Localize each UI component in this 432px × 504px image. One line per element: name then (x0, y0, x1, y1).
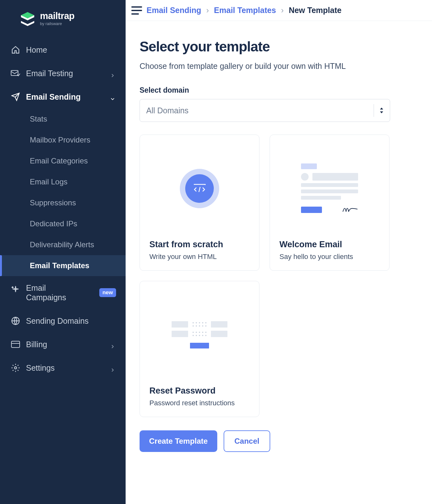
domain-select-value: All Domains (146, 106, 188, 115)
page-title: Select your template (140, 39, 418, 55)
sidebar-item-email-categories[interactable]: Email Categories (0, 150, 126, 171)
sidebar-item-label: Email Sending (26, 92, 81, 102)
breadcrumb-current: New Template (289, 6, 341, 15)
page-subtitle: Choose from template gallery or build yo… (140, 62, 418, 71)
sidebar-item-billing[interactable]: Billing (0, 333, 126, 356)
select-arrows-icon (374, 104, 384, 117)
sidebar-item-email-logs[interactable]: Email Logs (0, 171, 126, 192)
card-subtitle: Say hello to your clients (279, 253, 380, 261)
card-icon (11, 340, 20, 349)
signature-icon (342, 206, 358, 214)
sidebar-item-email-templates[interactable]: Email Templates (0, 255, 126, 276)
send-icon (11, 92, 20, 102)
svg-point-3 (15, 367, 17, 369)
chevron-right-icon (110, 365, 116, 371)
svg-rect-6 (131, 13, 139, 15)
reset-preview-icon (172, 321, 227, 348)
gear-icon (11, 363, 20, 373)
sidebar-item-home[interactable]: Home (0, 38, 126, 62)
home-icon (11, 45, 20, 55)
chevron-right-icon (110, 70, 116, 76)
breadcrumb-link-email-templates[interactable]: Email Templates (214, 6, 276, 15)
template-cards: Start from scratch Write your own HTML (140, 135, 400, 417)
sparkle-icon (11, 285, 20, 295)
chevron-right-icon: › (206, 6, 209, 15)
sidebar-item-label: Home (26, 45, 47, 55)
sidebar: mailtrap by railsware Home Email Testing (0, 0, 126, 504)
sidebar-item-email-sending[interactable]: Email Sending (0, 85, 126, 109)
sidebar-item-email-testing[interactable]: Email Testing (0, 62, 126, 85)
brand-byline: by railsware (40, 21, 75, 26)
domain-select[interactable]: All Domains (140, 99, 390, 122)
footer-actions: Create Template Cancel (140, 430, 418, 452)
logo[interactable]: mailtrap by railsware (0, 0, 126, 35)
cancel-button[interactable]: Cancel (224, 430, 270, 452)
svg-rect-5 (131, 10, 142, 11)
card-start-from-scratch[interactable]: Start from scratch Write your own HTML (140, 135, 259, 271)
code-circle-icon (180, 169, 219, 208)
sidebar-item-settings[interactable]: Settings (0, 356, 126, 380)
sidebar-item-sending-domains[interactable]: Sending Domains (0, 309, 126, 333)
domain-select-label: Select domain (140, 86, 418, 95)
card-title: Welcome Email (279, 240, 380, 249)
content: Select your template Choose from templat… (126, 21, 432, 465)
card-reset-password[interactable]: Reset Password Password reset instructio… (140, 281, 259, 417)
globe-icon (11, 316, 20, 326)
sidebar-item-mailbox-providers[interactable]: Mailbox Providers (0, 129, 126, 150)
sidebar-item-label: Campaigns (26, 293, 66, 302)
sidebar-item-email-campaigns[interactable]: Email Campaigns new (0, 276, 126, 309)
card-preview (149, 291, 250, 379)
sidebar-item-deliverability-alerts[interactable]: Deliverability Alerts (0, 234, 126, 255)
card-title: Start from scratch (149, 240, 250, 249)
create-template-button[interactable]: Create Template (140, 430, 217, 452)
sidebar-item-dedicated-ips[interactable]: Dedicated IPs (0, 213, 126, 234)
sidebar-nav: Home Email Testing Email Sending (0, 35, 126, 380)
card-title: Reset Password (149, 386, 250, 396)
card-preview (149, 144, 250, 233)
chevron-right-icon (110, 342, 116, 347)
brand-title: mailtrap (40, 11, 75, 21)
sidebar-item-label: Email (26, 283, 66, 293)
new-badge: new (99, 288, 116, 297)
svg-rect-2 (11, 341, 20, 348)
card-subtitle: Write your own HTML (149, 253, 250, 261)
chevron-right-icon: › (281, 6, 284, 15)
card-preview (279, 144, 380, 233)
sidebar-item-label: Settings (26, 363, 55, 373)
sidebar-item-suppressions[interactable]: Suppressions (0, 192, 126, 213)
svg-rect-4 (131, 6, 142, 8)
sidebar-item-label: Email Testing (26, 69, 73, 78)
sidebar-item-stats[interactable]: Stats (0, 109, 126, 129)
card-welcome-email[interactable]: Welcome Email Say hello to your clients (270, 135, 389, 271)
sidebar-item-label: Sending Domains (26, 316, 88, 326)
breadcrumb-link-email-sending[interactable]: Email Sending (147, 6, 201, 15)
mailtrap-logo-icon (20, 11, 36, 27)
chevron-down-icon (110, 94, 116, 100)
hamburger-icon[interactable] (131, 6, 142, 15)
card-subtitle: Password reset instructions (149, 399, 250, 407)
welcome-preview-icon (301, 163, 358, 214)
main: Email Sending › Email Templates › New Te… (126, 0, 432, 504)
sidebar-item-label: Billing (26, 340, 47, 349)
topbar: Email Sending › Email Templates › New Te… (126, 0, 432, 21)
envelope-check-icon (11, 69, 20, 78)
breadcrumb: Email Sending › Email Templates › New Te… (147, 6, 342, 15)
sidebar-submenu-email-sending: Stats Mailbox Providers Email Categories… (0, 109, 126, 276)
